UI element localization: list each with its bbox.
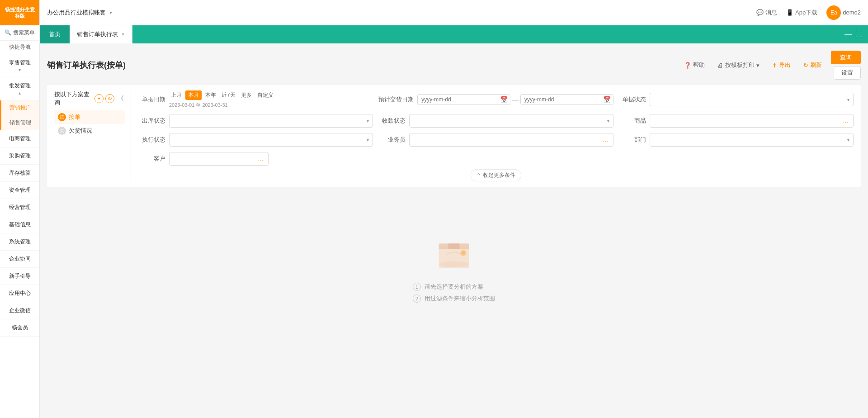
date-tab-more[interactable]: 更多 xyxy=(239,90,254,100)
newbie-label: 新手引导 xyxy=(9,272,31,280)
date-tab-last-month[interactable]: 上月 xyxy=(169,90,184,100)
page-title-bar: 销售订单执行表(按单) ❓ 帮助 🖨 按模板打印 ▾ ⬆ 导出 ↻ 刷新 xyxy=(47,51,861,80)
calendar-to-icon: 📅 xyxy=(603,96,611,103)
sidebar-item-newbie[interactable]: 新手引导 xyxy=(0,268,39,285)
sidebar-item-quick[interactable]: 快捷导航 xyxy=(0,41,39,54)
salesperson-selector[interactable]: … xyxy=(409,133,613,147)
title-arrow-icon[interactable]: ▾ xyxy=(109,10,112,16)
sidebar-item-finance[interactable]: 资金管理 xyxy=(0,182,39,199)
plan-item-order[interactable]: 按 按单 xyxy=(54,110,125,124)
refresh-icon: ↻ xyxy=(803,62,808,69)
receipt-dropdown[interactable]: ▾ xyxy=(409,114,613,128)
top-header: 办公用品行业模拟账套 ▾ 💬 消息 📱 App下载 Ea demo2 xyxy=(40,0,868,25)
execute-arrow-icon: ▾ xyxy=(367,138,369,142)
settings-button[interactable]: 设置 xyxy=(834,66,861,80)
sidebar-item-inventory[interactable]: 库存核算 xyxy=(0,165,39,182)
sidebar-item-enterprise[interactable]: 企业协同 xyxy=(0,251,39,268)
outbound-dropdown[interactable]: ▾ xyxy=(169,114,373,128)
collapse-icon: ⌃ xyxy=(476,172,481,179)
export-button[interactable]: ⬆ 导出 xyxy=(769,59,794,71)
plan-label-shortage: 欠货情况 xyxy=(69,127,92,135)
tab-label: 销售订单执行表 xyxy=(77,30,118,38)
sidebar-item-base[interactable]: 基础信息 xyxy=(0,216,39,233)
avatar: Ea xyxy=(826,5,841,20)
plan-icon-buttons: + ↻ 《 xyxy=(94,94,125,103)
date-tab-this-month[interactable]: 本月 xyxy=(185,90,202,100)
sales-mgmt-label: 销售管理 xyxy=(9,119,31,127)
app-download-button[interactable]: 📱 App下载 xyxy=(786,9,817,17)
user-profile[interactable]: Ea demo2 xyxy=(826,5,861,20)
page-title: 销售订单执行表(按单) xyxy=(47,60,126,71)
plan-collapse-button[interactable]: 《 xyxy=(116,94,125,103)
tab-minimize-icon[interactable]: — xyxy=(844,30,852,38)
goods-selector[interactable]: … xyxy=(650,114,854,128)
refresh-button[interactable]: ↻ 刷新 xyxy=(800,59,826,71)
sidebar-item-retail[interactable]: 零售管理 ▾ xyxy=(0,54,39,77)
enterprise-label: 企业协同 xyxy=(9,255,31,263)
help-label: 帮助 xyxy=(693,61,705,69)
logo-text: 畅捷通好生意 标版 xyxy=(5,6,35,19)
sidebar-item-wholesale[interactable]: 批发管理 ▴ xyxy=(0,77,39,100)
sidebar-item-apps[interactable]: 应用中心 xyxy=(0,285,39,302)
sidebar-item-purchase[interactable]: 采购管理 xyxy=(0,147,39,165)
expected-date-from-wrap: 📅 xyxy=(417,94,510,105)
date-tab-custom[interactable]: 自定义 xyxy=(255,90,275,100)
salesperson-label: 业务员 xyxy=(378,136,406,144)
plan-add-button[interactable]: + xyxy=(94,94,104,103)
sidebar-item-marketing[interactable]: 营销推广 xyxy=(1,100,39,115)
tip-text-2: 用过滤条件来缩小分析范围 xyxy=(425,294,495,303)
tab-sales-exec[interactable]: 销售订单执行表 × xyxy=(70,25,132,43)
message-button[interactable]: 💬 消息 xyxy=(756,9,777,17)
plan-refresh-button[interactable]: ↻ xyxy=(105,94,114,103)
filter-field-receipt: 收款状态 ▾ xyxy=(378,114,613,128)
tab-actions: — ⛶ xyxy=(839,30,868,38)
tab-maximize-icon[interactable]: ⛶ xyxy=(855,30,863,38)
date-label: 单据日期 xyxy=(138,95,165,104)
dept-dropdown[interactable]: ▾ xyxy=(650,133,854,147)
sidebar-item-system[interactable]: 系统管理 xyxy=(0,233,39,251)
tab-close-icon[interactable]: × xyxy=(122,31,125,38)
tab-home[interactable]: 首页 xyxy=(40,25,70,43)
expected-date-from-input[interactable] xyxy=(417,94,510,105)
message-label: 消息 xyxy=(765,9,777,17)
sidebar-item-business[interactable]: 经营管理 xyxy=(0,199,39,216)
date-tab-this-year[interactable]: 本年 xyxy=(203,90,218,100)
sidebar-item-ecommerce[interactable]: 电商管理 xyxy=(0,130,39,147)
execute-label: 执行状态 xyxy=(138,136,165,144)
page-actions: ❓ 帮助 🖨 按模板打印 ▾ ⬆ 导出 ↻ 刷新 查询 xyxy=(680,51,861,80)
sidebar-item-wechat[interactable]: 企业微信 xyxy=(0,302,39,319)
sidebar-item-search[interactable]: 🔍 搜索菜单 xyxy=(0,25,39,41)
empty-state: 1 请先选择要分析的方案 2 用过滤条件来缩小分析范围 xyxy=(47,192,861,339)
collapse-button[interactable]: ⌃ 收起更多条件 xyxy=(471,169,521,181)
customer-dots-icon: … xyxy=(258,156,264,162)
status-label: 单据状态 xyxy=(619,95,646,104)
customer-selector[interactable]: … xyxy=(169,152,269,166)
query-button[interactable]: 查询 xyxy=(831,51,861,64)
filter-field-expected-date: 预计交货日期 📅 — 📅 xyxy=(378,90,613,109)
help-button[interactable]: ❓ 帮助 xyxy=(680,59,708,71)
plan-item-shortage[interactable]: 欠 欠货情况 xyxy=(54,124,125,138)
status-dropdown[interactable]: ▾ xyxy=(650,93,854,106)
customer-label: 客户 xyxy=(138,155,165,163)
export-label: 导出 xyxy=(779,61,791,69)
tip-num-2: 2 xyxy=(413,294,421,303)
outbound-arrow-icon: ▾ xyxy=(367,119,369,124)
empty-illustration xyxy=(431,228,476,274)
expected-date-to-input[interactable] xyxy=(520,94,613,105)
app-download-label: App下载 xyxy=(795,9,817,17)
print-label: 按模板打印 xyxy=(725,61,755,69)
filter-field-dept: 部门 ▾ xyxy=(619,133,854,147)
sidebar-item-member[interactable]: 畅会员 xyxy=(0,319,39,337)
receipt-arrow-icon: ▾ xyxy=(607,119,609,124)
retail-arrow-icon: ▾ xyxy=(19,67,21,72)
print-button[interactable]: 🖨 按模板打印 ▾ xyxy=(714,59,763,71)
sidebar-item-sales-mgmt[interactable]: 销售管理 xyxy=(1,115,39,130)
sidebar: 畅捷通好生意 标版 🔍 搜索菜单 快捷导航 零售管理 ▾ 批发管理 ▴ 营销推广… xyxy=(0,0,40,418)
expected-date-range: 📅 — 📅 xyxy=(417,94,613,105)
tip-num-1: 1 xyxy=(413,283,421,291)
execute-dropdown[interactable]: ▾ xyxy=(169,133,373,147)
ecommerce-label: 电商管理 xyxy=(9,135,31,142)
date-tab-7days[interactable]: 近7天 xyxy=(220,90,237,100)
finance-label: 资金管理 xyxy=(9,186,31,194)
empty-tips: 1 请先选择要分析的方案 2 用过滤条件来缩小分析范围 xyxy=(413,283,495,303)
